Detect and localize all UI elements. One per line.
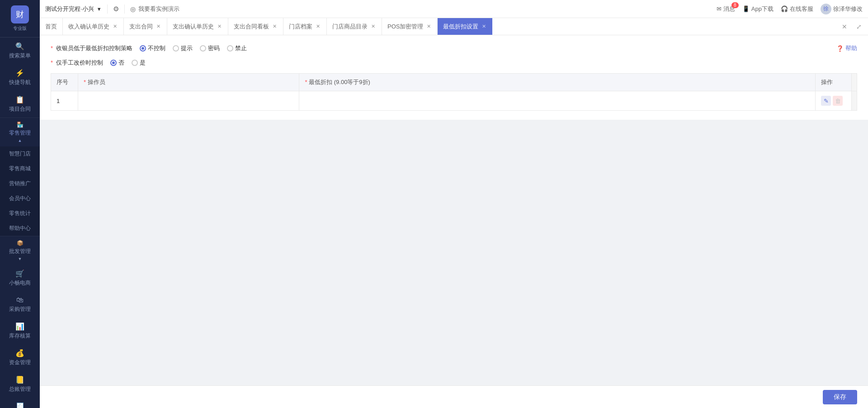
tab-min-discount[interactable]: 最低折扣设置 ✕ bbox=[438, 18, 492, 35]
topbar: 测试分开完程·小兴 ▼ ⚙ ◎ 我要看实例演示 ✉ 消息 8 📱 App下载 🎧… bbox=[40, 0, 868, 18]
sidebar-item-search[interactable]: 🔍 搜索菜单 bbox=[0, 38, 40, 64]
sidebar-sub-label: 帮助中心 bbox=[9, 225, 31, 232]
form-row-1: * 收银员低于最低折扣控制策略 不控制 提示 密码 bbox=[51, 44, 857, 52]
sidebar: 财 专业版 🔍 搜索菜单 ⚡ 快捷导航 📋 项目合同 🏪 零售管理 ▲ 智慧门店… bbox=[0, 0, 40, 408]
sidebar-item-members[interactable]: 会员中心 bbox=[0, 191, 40, 206]
tab-home[interactable]: 首页 bbox=[40, 18, 63, 35]
sidebar-item-quicknav[interactable]: ⚡ 快捷导航 bbox=[0, 64, 40, 91]
tab-label: 支出确认单历史 bbox=[173, 23, 214, 31]
bottom-bar: 保存 bbox=[40, 385, 868, 408]
sidebar-sub-label: 营销推广 bbox=[9, 180, 31, 188]
radio-password[interactable]: 密码 bbox=[200, 44, 220, 52]
help-button[interactable]: ❓ 帮助 bbox=[836, 44, 857, 52]
radio-yes[interactable]: 是 bbox=[132, 59, 146, 67]
quicknav-icon: ⚡ bbox=[15, 69, 24, 77]
tab-store-products[interactable]: 门店商品目录 ✕ bbox=[327, 18, 382, 35]
tab-label: 门店档案 bbox=[289, 23, 312, 31]
field2-radio-group: 否 是 bbox=[110, 59, 146, 67]
sidebar-item-invoice[interactable]: 🧾 发票管理 bbox=[0, 398, 40, 408]
sidebar-item-wholesale[interactable]: 📦 批发管理 ▼ bbox=[0, 236, 40, 265]
sidebar-item-label: 批发管理 bbox=[9, 248, 31, 255]
message-button[interactable]: ✉ 消息 8 bbox=[717, 5, 735, 13]
sidebar-item-retail[interactable]: 🏪 零售管理 ▲ bbox=[0, 117, 40, 146]
sidebar-item-purchase[interactable]: 🛍 采购管理 bbox=[0, 291, 40, 318]
sidebar-item-marketing[interactable]: 营销推广 bbox=[0, 176, 40, 191]
tab-close-icon[interactable]: ✕ bbox=[217, 23, 222, 29]
tab-close-icon[interactable]: ✕ bbox=[315, 23, 321, 29]
tab-expense-contract[interactable]: 支出合同 ✕ bbox=[124, 18, 167, 35]
project-name: 测试分开完程·小兴 bbox=[45, 5, 94, 13]
tab-income-history[interactable]: 收入确认单历史 ✕ bbox=[63, 18, 124, 35]
user-menu[interactable]: 徐 徐泽华修改 bbox=[821, 4, 863, 14]
topbar-settings-button[interactable]: ⚙ bbox=[113, 5, 119, 13]
sidebar-item-label: 快捷导航 bbox=[9, 79, 31, 86]
scroll-cell bbox=[852, 91, 857, 111]
demo-link[interactable]: ◎ 我要看实例演示 bbox=[130, 5, 179, 13]
sidebar-item-retail-stats[interactable]: 零售统计 bbox=[0, 206, 40, 221]
sidebar-item-ledger[interactable]: 📒 总账管理 bbox=[0, 371, 40, 398]
sidebar-item-contract[interactable]: 📋 项目合同 bbox=[0, 91, 40, 117]
cell-discount bbox=[299, 91, 816, 111]
user-name: 徐泽华修改 bbox=[833, 5, 863, 13]
col-seq: 序号 bbox=[51, 74, 78, 91]
online-service-button[interactable]: 🎧 在线客服 bbox=[781, 5, 813, 13]
download-icon: 📱 bbox=[742, 5, 750, 12]
col-operator: * 操作员 bbox=[78, 74, 299, 91]
radio-forbid[interactable]: 禁止 bbox=[227, 44, 247, 52]
tab-label: POS加密管理 bbox=[387, 23, 423, 31]
sidebar-item-finance[interactable]: 💰 资金管理 bbox=[0, 344, 40, 371]
cell-seq: 1 bbox=[51, 91, 78, 111]
tab-close-icon[interactable]: ✕ bbox=[426, 23, 432, 29]
save-button[interactable]: 保存 bbox=[823, 390, 857, 404]
tab-close-icon[interactable]: ✕ bbox=[156, 23, 161, 29]
tab-label: 支出合同 bbox=[129, 23, 153, 31]
field1-radio-group: 不控制 提示 密码 禁止 bbox=[140, 44, 247, 52]
radio-remind[interactable]: 提示 bbox=[173, 44, 193, 52]
tab-close-icon[interactable]: ✕ bbox=[112, 23, 118, 29]
edit-row-button[interactable]: ✎ bbox=[821, 96, 831, 106]
sidebar-item-smart-store[interactable]: 智慧门店 bbox=[0, 146, 40, 161]
project-selector[interactable]: 测试分开完程·小兴 ▼ bbox=[45, 5, 102, 13]
sidebar-item-retail-mall[interactable]: 零售商城 bbox=[0, 161, 40, 176]
sidebar-item-inventory[interactable]: 📊 库存核算 bbox=[0, 318, 40, 344]
field1-label: * 收银员低于最低折扣控制策略 bbox=[51, 44, 132, 52]
finance-icon: 💰 bbox=[15, 349, 24, 357]
retail-expand-icon: ▲ bbox=[18, 138, 22, 143]
purchase-icon: 🛍 bbox=[16, 296, 24, 304]
message-badge: 8 bbox=[731, 2, 739, 8]
tab-fullscreen-button[interactable]: ⤢ bbox=[854, 21, 864, 32]
tab-expense-history[interactable]: 支出确认单历史 ✕ bbox=[167, 18, 228, 35]
tab-close-icon[interactable]: ✕ bbox=[272, 23, 278, 29]
radio-no-control[interactable]: 不控制 bbox=[140, 44, 165, 52]
search-icon: 🔍 bbox=[15, 42, 24, 51]
main-area: 测试分开完程·小兴 ▼ ⚙ ◎ 我要看实例演示 ✉ 消息 8 📱 App下载 🎧… bbox=[40, 0, 868, 408]
topbar-divider2 bbox=[124, 5, 125, 14]
delete-row-button[interactable]: 🗑 bbox=[833, 96, 843, 106]
demo-label: 我要看实例演示 bbox=[138, 5, 179, 13]
contract-icon: 📋 bbox=[15, 95, 24, 104]
topbar-right: ✉ 消息 8 📱 App下载 🎧 在线客服 徐 徐泽华修改 bbox=[717, 4, 863, 14]
sidebar-sub-label: 会员中心 bbox=[9, 195, 31, 202]
col-actions: 操作 bbox=[816, 74, 852, 91]
sidebar-item-help[interactable]: 帮助中心 bbox=[0, 221, 40, 236]
sidebar-sub-label: 智慧门店 bbox=[9, 150, 31, 158]
tab-pos-encryption[interactable]: POS加密管理 ✕ bbox=[382, 18, 438, 35]
invoice-icon: 🧾 bbox=[15, 402, 24, 408]
tab-close-all-button[interactable]: ✕ bbox=[839, 21, 850, 32]
discount-table: 序号 * 操作员 * 最低折扣 (9.00等于9折) 操作 bbox=[51, 73, 857, 111]
sidebar-sub-label: 零售商城 bbox=[9, 165, 31, 173]
radio-circle-icon bbox=[227, 45, 233, 52]
app-download-button[interactable]: 📱 App下载 bbox=[742, 5, 774, 13]
form-row-2: * 仅手工改价时控制 否 是 bbox=[51, 59, 857, 67]
tab-expense-board[interactable]: 支出合同看板 ✕ bbox=[228, 18, 283, 35]
content-area: * 收银员低于最低折扣控制策略 不控制 提示 密码 bbox=[40, 35, 868, 385]
radio-no[interactable]: 否 bbox=[110, 59, 124, 67]
radio-circle-icon bbox=[132, 60, 138, 66]
app-download-label: App下载 bbox=[751, 5, 774, 13]
sidebar-item-ecommerce[interactable]: 🛒 小畅电商 bbox=[0, 265, 40, 291]
cell-operator bbox=[78, 91, 299, 111]
tab-close-icon[interactable]: ✕ bbox=[481, 23, 487, 29]
tab-close-icon[interactable]: ✕ bbox=[370, 23, 376, 29]
tab-store-file[interactable]: 门店档案 ✕ bbox=[283, 18, 327, 35]
sidebar-item-label: 库存核算 bbox=[9, 332, 31, 340]
